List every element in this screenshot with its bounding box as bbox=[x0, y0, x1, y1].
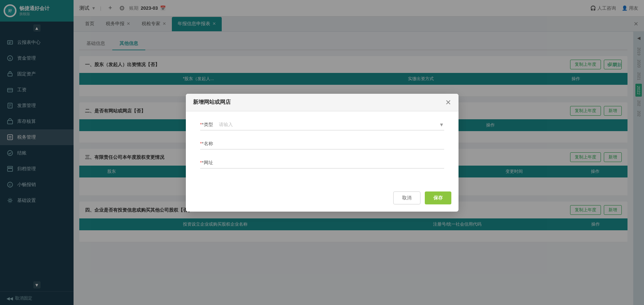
form-row-type: **类型 ▼ bbox=[200, 121, 444, 130]
name-input[interactable] bbox=[219, 141, 444, 146]
dialog-close-btn[interactable]: ✕ bbox=[445, 99, 451, 106]
url-field: **网址 bbox=[200, 160, 444, 168]
save-btn[interactable]: 保存 bbox=[425, 191, 451, 204]
url-input[interactable] bbox=[219, 160, 444, 165]
dialog-footer: 取消 保存 bbox=[186, 186, 459, 212]
dialog-overlay[interactable]: 新增网站或网店 ✕ **类型 ▼ **名称 bbox=[0, 0, 644, 305]
type-label: **类型 bbox=[200, 121, 213, 128]
dialog-body: **类型 ▼ **名称 **网址 bbox=[186, 111, 459, 186]
type-dropdown-icon[interactable]: ▼ bbox=[439, 122, 444, 128]
cancel-btn[interactable]: 取消 bbox=[393, 191, 420, 204]
dialog-title: 新增网站或网店 bbox=[193, 99, 231, 106]
dialog-header: 新增网站或网店 ✕ bbox=[186, 94, 459, 111]
type-field: **类型 ▼ bbox=[200, 121, 444, 130]
url-label: **网址 bbox=[200, 160, 213, 166]
name-field: **名称 bbox=[200, 140, 444, 149]
name-label: **名称 bbox=[200, 140, 213, 147]
form-row-url: **网址 bbox=[200, 160, 444, 168]
form-row-name: **名称 bbox=[200, 140, 444, 149]
type-input[interactable] bbox=[219, 122, 436, 127]
add-website-dialog: 新增网站或网店 ✕ **类型 ▼ **名称 bbox=[186, 94, 459, 212]
